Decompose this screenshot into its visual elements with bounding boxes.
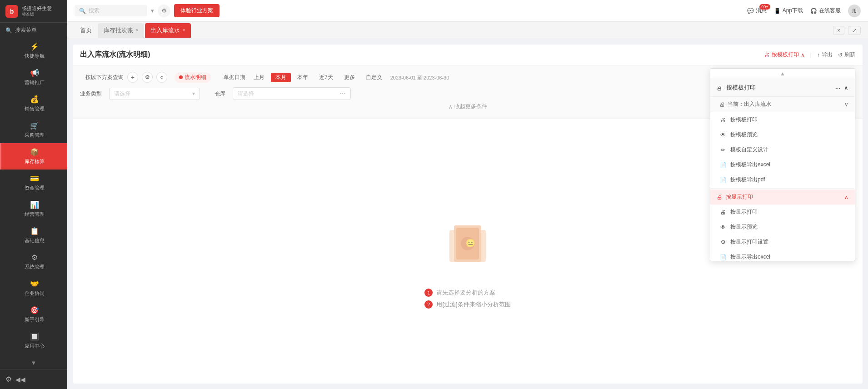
tab-home[interactable]: 首页 (75, 23, 97, 38)
sidebar-item-purchase[interactable]: 🛒 采购管理 (0, 117, 67, 143)
message-badge: 99+ (759, 4, 770, 10)
template-design-label: 模板自定义设计 (730, 146, 768, 154)
date-tag-custom[interactable]: 自定义 (361, 73, 387, 82)
filter-chip-flow-detail[interactable]: 流水明细 (175, 72, 211, 83)
svg-text:😐: 😐 (465, 238, 476, 248)
app-name: 畅捷通好生意 (22, 5, 52, 11)
sidebar-item-quick-nav[interactable]: ⚡ 快捷导航 (0, 38, 67, 64)
empty-tips: 1 请先选择要分析的方案 2 用[过滤]条件来缩小分析范围 (424, 289, 510, 309)
user-avatar[interactable]: 用 (848, 5, 861, 17)
tab-maximize-button[interactable]: ⤢ (848, 26, 861, 35)
display-print-label: 按显示打印 (730, 208, 758, 216)
app-download-button[interactable]: 📱 App下载 (774, 7, 803, 15)
chip-label: 流水明细 (185, 74, 206, 81)
refresh-button[interactable]: ↺ 刷新 (838, 51, 855, 59)
topbar: 🔍 搜索 ▾ ⚙ 体验行业方案 💬 消息 99+ 📱 App下载 🎧 在线客服 (67, 0, 868, 22)
display-section-chevron: ∧ (844, 194, 848, 200)
refresh-icon: ↺ (838, 52, 843, 58)
dropdown-scroll-area: 🖨 按模板打印 ··· ∧ 🖨 当前：出入库流水 ∨ (710, 79, 855, 261)
template-design-icon: ✏ (719, 146, 727, 154)
message-button[interactable]: 💬 消息 99+ (747, 7, 767, 15)
sidebar-item-beginner[interactable]: 🎯 新手引导 (0, 301, 67, 328)
page-actions: 🖨 按模板打印 ∧ | ↑ 导出 ↺ 刷新 (764, 51, 855, 59)
dropdown-item-display-settings[interactable]: ⚙ 按显示打印设置 (710, 234, 855, 249)
dropdown-up-icon[interactable]: ∧ (844, 85, 848, 91)
sidebar-item-label: 快捷导航 (25, 53, 45, 60)
tab-inventory-batch[interactable]: 库存批次账 × (98, 23, 144, 38)
dropdown-title: 按模板打印 (726, 84, 756, 92)
dropdown-template-header[interactable]: 🖨 按模板打印 ··· ∧ (710, 79, 855, 97)
filter-add-button[interactable]: + (127, 72, 138, 83)
print-template-button[interactable]: 🖨 按模板打印 ∧ (764, 51, 805, 59)
sidebar-search[interactable]: 🔍 搜索菜单 (0, 23, 67, 38)
dropdown-item-display-excel[interactable]: 📄 按显示导出excel (710, 249, 855, 261)
sidebar-item-basic-info[interactable]: 📋 基础信息 (0, 222, 67, 249)
dropdown-item-template-preview[interactable]: 👁 按模板预览 (710, 127, 855, 142)
sidebar-settings-icon[interactable]: ⚙ (5, 375, 12, 384)
tab-inventory-flow[interactable]: 出入库流水 × (145, 23, 191, 38)
business-type-input[interactable]: 请选择 ▾ (109, 88, 200, 100)
topbar-search-box[interactable]: 🔍 搜索 (75, 5, 147, 16)
display-settings-icon: ⚙ (719, 239, 727, 246)
export-button[interactable]: ↑ 导出 (817, 51, 833, 59)
sidebar-item-label: 基础信息 (25, 237, 45, 244)
filter-settings-button[interactable]: ⚙ (142, 72, 153, 83)
date-tag-this-month[interactable]: 本月 (271, 73, 291, 82)
dropdown-item-template-design[interactable]: ✏ 模板自定义设计 (710, 142, 855, 157)
app-logo-icon: b (5, 5, 18, 18)
collapse-more-label: 收起更多条件 (454, 103, 487, 110)
sidebar-item-marketing[interactable]: 📢 营销推广 (0, 64, 67, 90)
template-print-icon: 🖨 (719, 116, 727, 124)
display-excel-label: 按显示导出excel (730, 253, 770, 261)
sidebar-item-collaboration[interactable]: 🤝 企业协同 (0, 275, 67, 301)
date-tag-last-7-days[interactable]: 近7天 (314, 73, 338, 82)
date-tag-more[interactable]: 更多 (339, 73, 359, 82)
message-icon: 💬 (747, 8, 754, 14)
sidebar-collapse-icon[interactable]: ◀◀ (15, 376, 25, 383)
sidebar-item-system[interactable]: ⚙ 系统管理 (0, 249, 67, 275)
dropdown-item-template-pdf[interactable]: 📄 按模板导出pdf (710, 172, 855, 187)
sidebar-item-operations[interactable]: 📊 经营管理 (0, 196, 67, 222)
warehouse-input[interactable]: 请选择 ··· (233, 87, 351, 100)
sidebar-item-label: 资金管理 (25, 185, 45, 191)
dropdown-item-display-print[interactable]: 🖨 按显示打印 (710, 204, 855, 219)
dropdown-current-item[interactable]: 🖨 当前：出入库流水 ∨ (710, 97, 855, 112)
current-label: 当前：出入库流水 (728, 100, 771, 108)
dropdown-scroll-up[interactable]: ▲ (710, 69, 855, 79)
chip-dot (179, 75, 183, 79)
display-preview-label: 按显示预览 (730, 223, 758, 231)
dropdown-item-template-print[interactable]: 🖨 按模板打印 (710, 112, 855, 127)
sidebar-item-app-center[interactable]: 🔲 应用中心 (0, 328, 67, 354)
trial-button[interactable]: 体验行业方案 (174, 4, 219, 17)
tab-close-all-button[interactable]: × (833, 26, 844, 35)
date-tag-last-month[interactable]: 上月 (249, 73, 269, 82)
tab-close-inventory-batch[interactable]: × (136, 28, 139, 33)
topbar-gear-button[interactable]: ⚙ (158, 5, 170, 17)
topbar-dropdown-icon[interactable]: ▾ (151, 7, 154, 14)
print-chevron-icon: ∧ (801, 52, 805, 58)
warehouse-more-icon[interactable]: ··· (340, 90, 346, 98)
tip-text-1: 请先选择要分析的方案 (436, 289, 495, 297)
sales-icon: 💰 (30, 95, 39, 104)
warehouse-label: 仓库 (215, 90, 225, 98)
inventory-flow-tab-label: 出入库流水 (150, 26, 180, 35)
online-service-button[interactable]: 🎧 在线客服 (810, 7, 841, 15)
sidebar-item-inventory[interactable]: 📦 库存核算 (0, 143, 67, 170)
page-header: 出入库流水(流水明细) 🖨 按模板打印 ∧ | ↑ 导出 ↺ 刷新 (73, 45, 863, 65)
sidebar-item-label: 采购管理 (25, 132, 45, 139)
dropdown-display-section-header[interactable]: 🖨 按显示打印 ∧ (710, 190, 855, 204)
app-badge: 标准版 (22, 11, 52, 17)
sidebar-scroll-down[interactable]: ▼ (0, 357, 67, 369)
dropdown-item-template-excel[interactable]: 📄 按模板导出excel (710, 157, 855, 172)
display-section-icon: 🖨 (717, 194, 722, 200)
dropdown-item-display-preview[interactable]: 👁 按显示预览 (710, 219, 855, 234)
filter-collapse-button[interactable]: « (156, 72, 167, 83)
tab-close-inventory-flow[interactable]: × (183, 28, 185, 33)
sidebar-item-sales[interactable]: 💰 销售管理 (0, 90, 67, 117)
gear-icon: ⚙ (161, 7, 167, 14)
page-title: 出入库流水(流水明细) (80, 50, 150, 60)
date-filter-label: 单据日期 (224, 74, 245, 81)
tabs-right-actions: × ⤢ (833, 26, 861, 35)
date-tag-this-year[interactable]: 本年 (293, 73, 313, 82)
sidebar-item-funds[interactable]: 💳 资金管理 (0, 170, 67, 196)
